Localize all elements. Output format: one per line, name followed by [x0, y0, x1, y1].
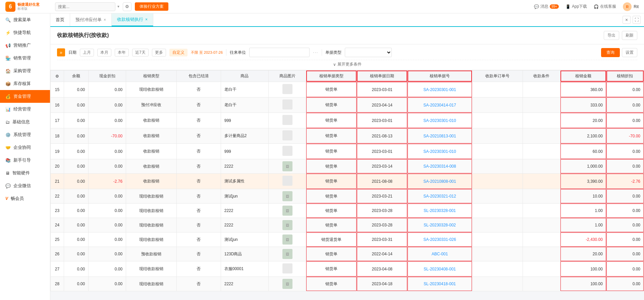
- filter-expand-button[interactable]: »: [57, 48, 65, 56]
- cell-goods-img: 🖼: [269, 247, 306, 261]
- cell-condition: [523, 204, 560, 218]
- table-row: 270.000.00现结收款核销否衣服00001销货单2023-04-08SL-…: [51, 261, 644, 277]
- sidebar-item-search[interactable]: 🔍 搜索菜单: [0, 13, 50, 26]
- date-this-year-btn[interactable]: 本年: [115, 49, 129, 56]
- cell-discount: 0.00: [606, 113, 644, 128]
- tab-close-window-button[interactable]: ×: [623, 16, 631, 24]
- table-row: 160.000.00预付冲应收否老白干销货单2023-04-14SA-20230…: [51, 97, 644, 113]
- cell-doc-no[interactable]: SA-20230301-001: [408, 82, 472, 97]
- cell-discount: 0.00: [606, 97, 644, 113]
- source-dots-icon[interactable]: ···: [313, 50, 318, 55]
- cell-discount: 0.00: [606, 232, 644, 247]
- tab-receivable[interactable]: 收款核销执行 ×: [112, 13, 153, 26]
- date-custom-btn[interactable]: 自定义: [169, 49, 187, 56]
- col-goods-img: 商品图片: [269, 71, 306, 82]
- cell-doc-no[interactable]: ABC-001: [408, 247, 472, 261]
- col-condition: 收款条件: [523, 71, 560, 82]
- messages-item[interactable]: 💬 消息 99+: [534, 4, 559, 9]
- sidebar-item-hardware[interactable]: 🖥 智能硬件: [0, 167, 50, 179]
- gear-button[interactable]: ⚙: [123, 2, 131, 11]
- cell-balance: 0.00: [64, 82, 89, 97]
- tab-maximize-button[interactable]: ⛶: [633, 16, 641, 24]
- cell-doc-no[interactable]: SA-20230331-026: [408, 232, 472, 247]
- date-7days-btn[interactable]: 近7天: [132, 49, 149, 56]
- sidebar-item-quicknav[interactable]: ⚡ 快捷导航: [0, 26, 50, 39]
- cell-goods: 老白干: [221, 97, 268, 113]
- cell-goods-img: 🖼: [269, 204, 306, 218]
- sidebar-item-operation[interactable]: 📊 经营管理: [0, 103, 50, 116]
- source-filter-input[interactable]: [249, 48, 310, 57]
- cell-goods-img: 🖼: [269, 277, 306, 291]
- global-search-input[interactable]: [55, 2, 115, 11]
- edition-label: 标准版: [17, 7, 40, 11]
- cell-verify-type: 收款核销: [126, 113, 177, 128]
- cell-doc-no[interactable]: SA-20230321-012: [408, 189, 472, 204]
- trial-button[interactable]: 体验行业方案: [135, 2, 168, 11]
- col-cash-discount: 现金折扣: [89, 71, 126, 82]
- cell-discount: 0.00: [606, 277, 644, 291]
- cell-doc-no[interactable]: SL-20230418-001: [408, 277, 472, 291]
- sidebar-item-marketing[interactable]: 📢 营销推广: [0, 39, 50, 52]
- tab-prepaid[interactable]: 预付冲应付单 ×: [70, 13, 112, 26]
- date-this-month-btn[interactable]: 本月: [97, 49, 111, 56]
- table-row: 180.00-70.00收款核销否多计量商品2销货单2021-08-13SA-2…: [51, 128, 644, 144]
- cell-cash-discount: -2.76: [89, 174, 126, 189]
- cell-settled: 否: [177, 218, 221, 232]
- cooperation-icon: 🤝: [5, 145, 11, 150]
- app-download-item[interactable]: 📱 App下载: [566, 4, 587, 9]
- sidebar-item-purchase[interactable]: 🏠 采购管理: [0, 65, 50, 77]
- cell-doc-no[interactable]: SA-20230414-017: [408, 97, 472, 113]
- cell-no: 24: [51, 218, 64, 232]
- export-button[interactable]: 导出: [604, 31, 619, 40]
- cell-doc-no[interactable]: SA-20210808-001: [408, 174, 472, 189]
- date-filter-label: 日期: [68, 50, 76, 55]
- query-button[interactable]: 查询: [601, 48, 620, 57]
- cell-doc-date: 2023-03-21: [357, 189, 408, 204]
- sidebar-item-system[interactable]: ⚙️ 系统管理: [0, 128, 50, 141]
- cell-settled: 否: [177, 128, 221, 144]
- cell-condition: [523, 232, 560, 247]
- cell-discount: 0.00: [606, 159, 644, 174]
- tab-prepaid-close[interactable]: ×: [104, 17, 106, 22]
- sidebar-item-finance[interactable]: 💰 资金管理: [0, 90, 50, 103]
- cell-doc-date: 2023-04-18: [357, 277, 408, 291]
- sidebar-item-sales[interactable]: 🏪 销售管理: [0, 52, 50, 65]
- cell-doc-no[interactable]: SA-20210813-001: [408, 128, 472, 144]
- type-filter-select[interactable]: [345, 48, 392, 57]
- settings-button[interactable]: 设置: [622, 48, 637, 57]
- col-balance: 余额: [64, 71, 89, 82]
- tab-home[interactable]: 首页: [50, 13, 70, 26]
- online-service-item[interactable]: 🎧 在线客服: [594, 4, 616, 9]
- sidebar-item-wechat[interactable]: 💬 企业微信: [0, 179, 50, 192]
- user-profile[interactable]: R Rit: [623, 2, 639, 11]
- sidebar-item-basic[interactable]: 🗂 基础信息: [0, 116, 50, 128]
- tab-bar: 首页 预付冲应付单 × 收款核销执行 × × ⛶: [50, 13, 644, 27]
- col-goods: 商品: [221, 71, 268, 82]
- refresh-button[interactable]: 刷新: [622, 31, 637, 40]
- cell-verify-type: 现结收款核销: [126, 218, 177, 232]
- date-prev-month-btn[interactable]: 上月: [80, 49, 94, 56]
- cell-settled: 否: [177, 261, 221, 277]
- cell-settled: 否: [177, 247, 221, 261]
- sidebar-item-guide[interactable]: 📚 新手引导: [0, 154, 50, 167]
- date-more-btn[interactable]: 更多: [152, 49, 166, 56]
- cell-doc-no[interactable]: SL-20230328-002: [408, 218, 472, 232]
- sidebar-item-member[interactable]: V 畅会员: [0, 192, 50, 205]
- expand-more-conditions[interactable]: ∨ 展开更多条件: [57, 60, 637, 70]
- cell-no: 25: [51, 232, 64, 247]
- cell-doc-no[interactable]: SA-20230314-008: [408, 159, 472, 174]
- cell-balance: 0.00: [64, 144, 89, 159]
- cell-doc-no[interactable]: SA-20230301-010: [408, 144, 472, 159]
- cell-doc-no[interactable]: SL-20230328-001: [408, 204, 472, 218]
- sidebar-item-cooperation[interactable]: 🤝 企业协同: [0, 141, 50, 154]
- dropdown-arrow-icon[interactable]: ▼: [117, 5, 120, 8]
- sidebar-item-inventory[interactable]: 📦 库存核算: [0, 77, 50, 90]
- cell-doc-no[interactable]: SL-20230408-001: [408, 261, 472, 277]
- cell-verify-type: 收款核销: [126, 174, 177, 189]
- tab-receivable-close[interactable]: ×: [145, 17, 148, 22]
- cell-doc-no[interactable]: SA-20230301-010: [408, 113, 472, 128]
- cell-doc-date: 2022-04-14: [357, 247, 408, 261]
- cell-goods-img: 🖼: [269, 232, 306, 247]
- cell-balance: 0.00: [64, 189, 89, 204]
- cell-doc-type: 销货单: [306, 97, 357, 113]
